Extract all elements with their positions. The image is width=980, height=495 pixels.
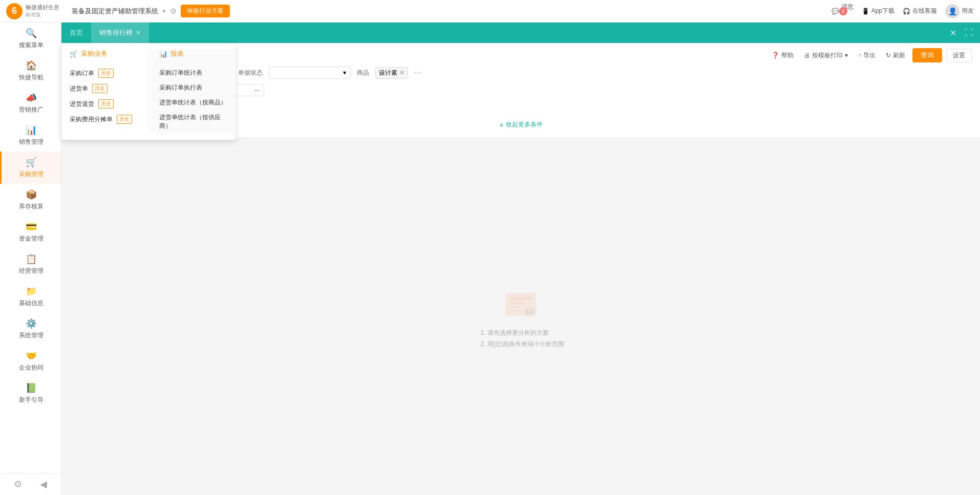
svg-rect-2 [509, 302, 525, 304]
logo-area: 6 畅捷通好生意 标准版 [6, 3, 68, 19]
top-right-actions: 💬 消息 9 📱 App下载 🎧 在线客服 👤 用友 [832, 3, 974, 19]
tab-close-btn[interactable]: ✕ [136, 29, 141, 36]
dropdown-purchase-title: 🛒 采购业务 [70, 49, 138, 61]
doc-status-select[interactable]: ▾ [269, 67, 351, 79]
wallet-icon: 💳 [26, 221, 37, 232]
dropdown-report-title: 📊 报表 [159, 49, 228, 61]
export-btn[interactable]: ↑ 导出 [855, 50, 879, 61]
sidebar-item-basic[interactable]: 📁 基础信息 [0, 281, 61, 313]
purchase-dropdown-menu: 🛒 采购业务 采购订单 历史 进货单 历史 进货退货 历史 采购费用分摊单 历史 [61, 43, 236, 140]
gear-icon: ⚙️ [26, 318, 37, 329]
dropdown-item-receive[interactable]: 进货单 历史 [70, 81, 138, 96]
history-tag-receive: 历史 [92, 84, 108, 93]
sidebar-label-finance: 资金管理 [19, 234, 44, 243]
doc-status-chevron: ▾ [343, 69, 346, 76]
avatar: 👤 [945, 4, 960, 18]
empty-illustration: 🤖 [500, 283, 541, 324]
tab-maximize-btn[interactable]: ⛶ [963, 26, 975, 39]
sidebar-item-search[interactable]: 🔍 搜索菜单 [0, 23, 61, 55]
sidebar-label-enterprise: 企业协同 [19, 363, 44, 372]
dropdown-col-purchase: 🛒 采购业务 采购订单 历史 进货单 历史 进货退货 历史 采购费用分摊单 历史 [61, 49, 146, 134]
sidebar-label-purchase: 采购管理 [19, 170, 44, 179]
user-btn[interactable]: 👤 用友 [945, 4, 974, 18]
sidebar-item-enterprise[interactable]: 🤝 企业协同 [0, 345, 61, 377]
book-icon: 📗 [26, 382, 37, 394]
sidebar-item-inventory[interactable]: 📦 库存核算 [0, 184, 61, 216]
headset-icon: 🎧 [903, 8, 910, 15]
dropdown-item-po[interactable]: 采购订单 历史 [70, 66, 138, 81]
sidebar-item-quicknav[interactable]: 🏠 快捷导航 [0, 55, 61, 87]
industry-btn[interactable]: 体验行业方案 [181, 5, 230, 17]
dropdown-item-po-stat[interactable]: 采购订单统计表 [159, 66, 228, 80]
phone-icon: 📱 [862, 8, 869, 15]
app-download-btn[interactable]: 📱 App下载 [862, 7, 894, 15]
refresh-icon: ↻ [886, 52, 891, 59]
sidebar-item-system[interactable]: ⚙️ 系统管理 [0, 313, 61, 345]
online-service-btn[interactable]: 🎧 在线客服 [903, 7, 937, 15]
dropdown-item-po-exec[interactable]: 采购订单执行表 [159, 80, 228, 95]
dropdown-item-expense[interactable]: 采购费用分摊单 历史 [70, 112, 138, 127]
doc-status-label: 单据状态 [238, 69, 263, 77]
print-chevron: ▾ [845, 52, 848, 59]
sidebar-item-guide[interactable]: 📗 新手引导 [0, 377, 61, 410]
report-icon: 📋 [26, 253, 37, 265]
tab-close-window-btn[interactable]: ✕ [948, 26, 958, 40]
sidebar-bottom: ⚙ ◀ [0, 473, 61, 495]
goods-label: 商品 [357, 69, 369, 77]
brand-badge: 标准版 [26, 11, 59, 18]
sidebar-item-finance[interactable]: 💳 资金管理 [0, 216, 61, 248]
sidebar-settings-btn[interactable]: ⚙ [14, 479, 22, 490]
sidebar-label-system: 系统管理 [19, 331, 44, 340]
brand-name: 畅捷通好生意 [26, 4, 59, 11]
settings-icon[interactable]: ⚙ [170, 7, 177, 16]
tab-home[interactable]: 首页 [61, 23, 91, 43]
settings-btn[interactable]: 设置 [946, 49, 972, 62]
svg-rect-1 [509, 297, 532, 300]
sidebar-item-sales[interactable]: 📊 销售管理 [0, 119, 61, 152]
salesman-dots: ··· [254, 87, 260, 94]
box-icon: 📦 [26, 189, 37, 200]
cart-icon: 🛒 [26, 157, 37, 168]
query-btn[interactable]: 查询 [912, 48, 942, 62]
history-tag-expense: 历史 [117, 115, 132, 124]
collapse-arrow-icon: ∧ [499, 121, 504, 128]
toolbar-actions: ❓ 帮助 🖨 按模板打印 ▾ ↑ 导出 ↻ 刷新 [769, 48, 972, 62]
sidebar-label-guide: 新手引导 [19, 396, 44, 404]
dropdown-item-receive-goods[interactable]: 进货单统计表（按商品） [159, 95, 228, 110]
sidebar-label-inventory: 库存核算 [19, 202, 44, 211]
tab-bar: 首页 销售排行榜 ✕ ✕ ⛶ [61, 23, 980, 43]
message-badge: 9 [839, 7, 847, 15]
dropdown-item-return[interactable]: 进货退货 历史 [70, 96, 138, 112]
sidebar-item-purchase[interactable]: 🛒 采购管理 [0, 152, 61, 184]
empty-state: 🤖 请先选择要分析的方案 用[过滤]条件来缩小分析范围 [61, 138, 980, 495]
export-icon: ↑ [858, 52, 861, 59]
svg-rect-3 [509, 306, 520, 308]
refresh-btn[interactable]: ↻ 刷新 [883, 50, 908, 61]
sidebar-label-search: 搜索菜单 [19, 41, 44, 50]
goods-more-btn[interactable]: ··· [414, 68, 421, 77]
dropdown-divider [148, 49, 149, 134]
folder-icon: 📁 [26, 286, 37, 297]
tab-sales-rank[interactable]: 销售排行榜 ✕ [91, 23, 149, 43]
sidebar-label-marketing: 营销推广 [19, 105, 44, 114]
message-icon: 💬 [832, 8, 839, 15]
sidebar-item-marketing[interactable]: 📣 营销推广 [0, 87, 61, 119]
sidebar-collapse-btn[interactable]: ◀ [40, 479, 47, 490]
sidebar-label-quicknav: 快捷导航 [19, 73, 44, 82]
chevron-down-icon[interactable]: ▾ [162, 7, 166, 15]
history-tag-po: 历史 [98, 69, 114, 78]
sidebar-item-operations[interactable]: 📋 经营管理 [0, 248, 61, 281]
system-title: 装备及固定资产辅助管理系统 ▾ ⚙ [72, 7, 177, 16]
dropdown-col-report: 📊 报表 采购订单统计表 采购订单执行表 进货单统计表（按商品） 进货单统计表（… [151, 49, 236, 134]
sidebar-label-sales: 销售管理 [19, 138, 44, 146]
messages-btn[interactable]: 💬 消息 9 [832, 3, 854, 19]
handshake-icon: 🤝 [26, 350, 37, 361]
empty-hint-2: 用[过滤]条件来缩小分析范围 [487, 339, 565, 350]
goods-tag-close[interactable]: ✕ [399, 69, 404, 76]
help-btn[interactable]: ❓ 帮助 [769, 50, 797, 61]
dropdown-item-receive-supplier[interactable]: 进货单统计表（按供应商） [159, 110, 228, 134]
print-btn[interactable]: 🖨 按模板打印 ▾ [801, 50, 851, 61]
sidebar: 🔍 搜索菜单 🏠 快捷导航 📣 营销推广 📊 销售管理 🛒 采购管理 📦 库存核… [0, 23, 61, 495]
dropdown-columns: 🛒 采购业务 采购订单 历史 进货单 历史 进货退货 历史 采购费用分摊单 历史 [61, 49, 236, 134]
empty-hint-list: 请先选择要分析的方案 用[过滤]条件来缩小分析范围 [477, 328, 565, 350]
